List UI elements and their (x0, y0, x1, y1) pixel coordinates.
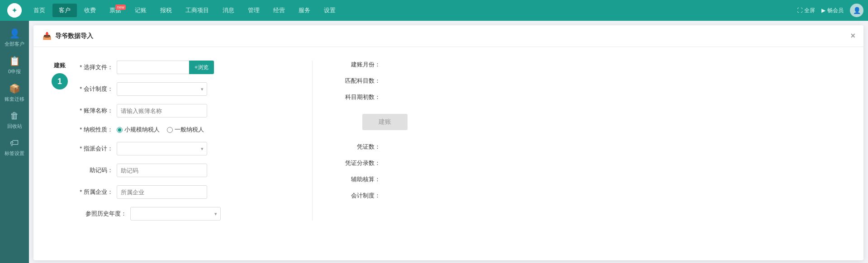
belonging-enterprise-label: * 所属企业： (77, 188, 113, 196)
sidebar-item-all-clients[interactable]: 👤 全部客户 (1, 24, 28, 51)
sidebar-item-declare[interactable]: 📋 0申报 (1, 52, 28, 79)
dialog-title: 导爷数据导入 (55, 32, 93, 40)
declare-icon: 📋 (9, 56, 20, 66)
sidebar-item-migrate[interactable]: 📦 账套迁移 (1, 80, 28, 106)
build-month-label: 建账月份： (340, 61, 380, 69)
member-btn[interactable]: ▶ 畅会员 (821, 7, 844, 14)
vertical-divider (312, 61, 313, 221)
ledger-name-input[interactable] (117, 104, 207, 117)
belonging-enterprise-row: * 所属企业： (77, 185, 285, 199)
dialog-container: 📥 导爷数据导入 × 建账 1 * 选择文件： (33, 25, 863, 260)
avatar-icon: 👤 (853, 7, 861, 14)
auxiliary-label: 辅助核算： (340, 175, 380, 183)
browse-button[interactable]: +浏览 (189, 61, 214, 74)
voucher-entries-label: 凭证分录数： (340, 159, 380, 167)
sidebar-item-trash[interactable]: 🗑 回收站 (1, 107, 28, 133)
reference-year-row: 参照历史年度： (77, 207, 285, 221)
memo-code-input[interactable] (117, 164, 207, 177)
assign-accountant-row: * 指派会计： (77, 142, 285, 155)
nav-item-accounting[interactable]: 记账 (128, 4, 153, 17)
auxiliary-row: 辅助核算： (340, 175, 430, 183)
voucher-count-row: 凭证数： (340, 143, 430, 151)
nav-item-messages[interactable]: 消息 (216, 4, 241, 17)
nav-item-home[interactable]: 首页 (27, 4, 52, 17)
ledger-name-label: * 账簿名称： (77, 107, 113, 115)
import-icon: 📥 (43, 32, 52, 40)
all-clients-icon: 👤 (9, 28, 20, 39)
memo-code-row: 助记码： (77, 164, 285, 177)
tax-general-radio[interactable]: 一般纳税人 (167, 126, 204, 134)
logo-icon: ✦ (7, 3, 22, 18)
trash-icon: 🗑 (10, 111, 19, 121)
fullscreen-btn[interactable]: ⛶ 全屏 (797, 7, 815, 14)
match-subjects-label: 匹配科目数： (340, 77, 380, 85)
main-content: 📥 导爷数据导入 × 建账 1 * 选择文件： (29, 21, 868, 263)
voucher-entries-row: 凭证分录数： (340, 159, 430, 167)
assign-accountant-select[interactable] (117, 142, 207, 155)
accounting-system-label: * 会计制度： (77, 85, 113, 93)
info-accounting-system-label: 会计制度： (340, 192, 380, 200)
reference-year-label: 参照历史年度： (77, 210, 127, 218)
build-account-label: 建账 (54, 61, 66, 70)
nav-menu: 首页 客户 收费 票据 new 记账 报税 工商项目 消息 管理 经营 服务 设… (27, 4, 797, 17)
nav-item-business[interactable]: 工商项目 (179, 4, 215, 17)
form-section: 建账 1 * 选择文件： +浏览 (52, 61, 285, 221)
app-layout: 👤 全部客户 📋 0申报 📦 账套迁移 🗑 回收站 🏷 标签设置 📥 导爷数据导… (0, 21, 868, 263)
step-circle: 1 (52, 73, 68, 89)
match-subjects-row: 匹配科目数： (340, 77, 430, 85)
sidebar: 👤 全部客户 📋 0申报 📦 账套迁移 🗑 回收站 🏷 标签设置 (0, 21, 29, 263)
nav-right-area: ⛶ 全屏 ▶ 畅会员 👤 (797, 4, 863, 17)
voucher-count-label: 凭证数： (340, 143, 380, 151)
new-badge: new (115, 5, 126, 10)
file-text-input[interactable] (117, 61, 189, 74)
nav-item-tickets[interactable]: 票据 new (103, 4, 128, 17)
dialog-body: 建账 1 * 选择文件： +浏览 (33, 47, 863, 234)
assign-accountant-label: * 指派会计： (77, 145, 113, 153)
form-fields: * 选择文件： +浏览 * 会计制度： (77, 61, 285, 221)
dialog-header: 📥 导爷数据导入 × (33, 25, 863, 47)
info-and-build: 建账月份： 匹配科目数： 科目期初数： 建 (340, 61, 430, 221)
sidebar-item-tags[interactable]: 🏷 标签设置 (1, 134, 28, 160)
accounting-system-row: * 会计制度： (77, 82, 285, 96)
info-section: 建账月份： 匹配科目数： 科目期初数： 建 (340, 61, 430, 200)
build-month-row: 建账月份： (340, 61, 430, 69)
tax-nature-row: * 纳税性质： 小规模纳税人 一般纳税人 (77, 126, 285, 134)
top-navigation: ✦ 首页 客户 收费 票据 new 记账 报税 工商项目 消息 管理 经营 服务… (0, 0, 868, 21)
build-account-button[interactable]: 建账 (362, 114, 408, 130)
info-accounting-system-row: 会计制度： (340, 192, 430, 200)
nav-item-settings[interactable]: 设置 (318, 4, 342, 17)
nav-item-tax[interactable]: 报税 (154, 4, 178, 17)
nav-item-fees[interactable]: 收费 (78, 4, 102, 17)
accounting-system-select-wrap (117, 82, 207, 96)
subject-initial-row: 科目期初数： (340, 93, 430, 101)
nav-item-operations[interactable]: 经营 (267, 4, 291, 17)
app-logo[interactable]: ✦ (5, 0, 24, 20)
tax-nature-label: * 纳税性质： (77, 126, 113, 134)
file-select-row: * 选择文件： +浏览 (77, 61, 285, 74)
tax-small-radio[interactable]: 小规模纳税人 (117, 126, 160, 134)
build-btn-area: 建账 (340, 109, 430, 130)
tags-icon: 🏷 (10, 138, 19, 148)
tax-nature-radio-group: 小规模纳税人 一般纳税人 (117, 126, 204, 134)
migrate-icon: 📦 (9, 83, 20, 94)
accounting-system-select[interactable] (117, 82, 207, 96)
nav-item-clients[interactable]: 客户 (52, 4, 77, 17)
ledger-name-row: * 账簿名称： (77, 104, 285, 117)
reference-year-select[interactable] (130, 207, 221, 221)
file-input-wrap: +浏览 (117, 61, 214, 74)
belonging-enterprise-input[interactable] (117, 185, 207, 199)
nav-item-services[interactable]: 服务 (292, 4, 317, 17)
fullscreen-icon: ⛶ (797, 7, 802, 14)
member-icon: ▶ (821, 7, 825, 14)
nav-item-management[interactable]: 管理 (242, 4, 266, 17)
close-button[interactable]: × (850, 32, 855, 40)
memo-code-label: 助记码： (77, 166, 113, 174)
assign-accountant-select-wrap (117, 142, 207, 155)
reference-year-select-wrap (130, 207, 221, 221)
file-label: * 选择文件： (77, 63, 113, 71)
avatar[interactable]: 👤 (850, 4, 863, 17)
subject-initial-label: 科目期初数： (340, 93, 380, 101)
